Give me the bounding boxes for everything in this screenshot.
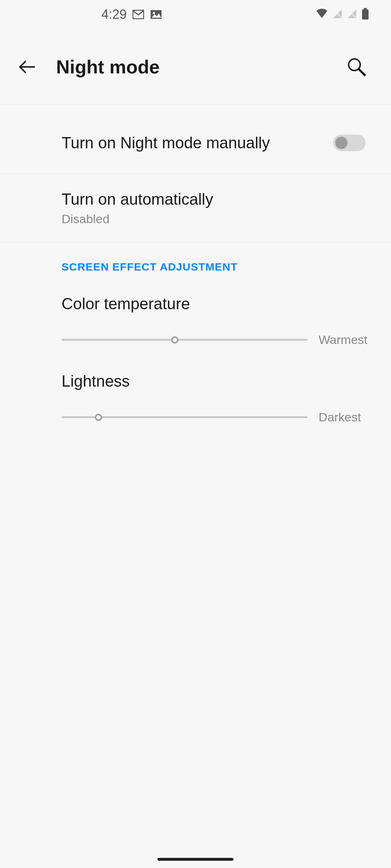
status-time: 4:29: [101, 7, 127, 22]
picture-icon: [150, 9, 162, 20]
lightness-slider-row: Darkest: [62, 410, 369, 424]
search-icon: [346, 57, 367, 77]
section-header: SCREEN EFFECT ADJUSTMENT: [0, 243, 391, 284]
turn-on-automatically-row[interactable]: Turn on automatically Disabled: [0, 174, 391, 243]
color-temperature-label: Color temperature: [62, 295, 369, 313]
night-mode-manual-row[interactable]: Turn on Night mode manually: [0, 105, 391, 174]
header: Night mode: [0, 29, 391, 105]
wifi-icon: [316, 9, 328, 20]
svg-rect-5: [364, 8, 367, 9]
turn-on-automatically-label: Turn on automatically: [62, 190, 213, 208]
status-bar: 4:29: [0, 0, 391, 29]
content: Turn on Night mode manually Turn on auto…: [0, 105, 391, 439]
mail-icon: [132, 9, 144, 20]
color-temperature-slider[interactable]: [62, 339, 308, 341]
color-temperature-slider-row: Warmest: [62, 333, 369, 347]
toggle-thumb: [335, 137, 348, 149]
arrow-left-icon: [18, 60, 36, 74]
status-left: 4:29: [101, 7, 162, 22]
status-right: [316, 8, 369, 21]
lightness-end-label: Darkest: [319, 410, 369, 424]
night-mode-manual-toggle[interactable]: [333, 135, 366, 151]
svg-point-2: [153, 12, 155, 14]
lightness-thumb[interactable]: [95, 414, 102, 421]
battery-icon: [361, 8, 369, 21]
color-temperature-end-label: Warmest: [319, 333, 369, 347]
search-button[interactable]: [344, 54, 369, 80]
lightness-section: Lightness Darkest: [0, 361, 391, 439]
page-title: Night mode: [56, 56, 344, 78]
night-mode-manual-label: Turn on Night mode manually: [62, 134, 270, 152]
signal-1-icon: [332, 9, 342, 20]
lightness-slider[interactable]: [62, 416, 308, 418]
lightness-label: Lightness: [62, 372, 369, 390]
signal-2-icon: [347, 9, 357, 20]
svg-rect-6: [362, 9, 369, 20]
navigation-handle[interactable]: [157, 858, 234, 861]
turn-on-automatically-status: Disabled: [62, 212, 109, 226]
svg-line-9: [359, 69, 365, 75]
back-button[interactable]: [14, 54, 40, 80]
color-temperature-thumb[interactable]: [171, 336, 178, 344]
color-temperature-section: Color temperature Warmest: [0, 284, 391, 361]
